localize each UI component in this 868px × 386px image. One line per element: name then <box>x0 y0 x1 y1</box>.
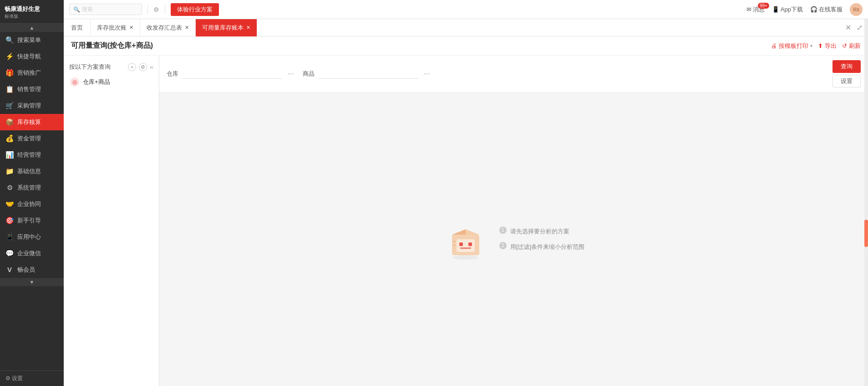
tab-available[interactable]: 可用量库存账本 ✕ <box>196 19 257 36</box>
message-link[interactable]: ✉ 消息 99+ <box>746 5 765 14</box>
svg-rect-6 <box>460 247 471 249</box>
empty-illustration <box>443 216 488 262</box>
chart-icon: 📊 <box>5 151 14 159</box>
brand-sub: 标准版 <box>5 13 59 20</box>
goods-input[interactable] <box>318 69 418 79</box>
svg-rect-3 <box>457 239 475 252</box>
scheme-icon: ◎ <box>70 77 79 87</box>
warehouse-input[interactable] <box>182 69 282 79</box>
search-icon: 🔍 <box>73 6 80 13</box>
export-action[interactable]: ⬆ 导出 <box>818 42 837 50</box>
svg-marker-1 <box>452 229 466 235</box>
online-service-link[interactable]: 🎧 在线客服 <box>810 5 843 14</box>
sidebar-item-operations[interactable]: 📊 经营管理 <box>0 147 64 163</box>
message-icon: ✉ <box>746 6 751 13</box>
empty-svg <box>443 216 488 262</box>
vip-icon: V <box>5 266 14 273</box>
page-header: 可用量查询(按仓库+商品) 🖨 按模板打印 ▾ ⬆ 导出 ↺ 刷新 <box>64 36 868 56</box>
sidebar-item-wecom[interactable]: 💬 企业微信 <box>0 245 64 262</box>
sidebar-item-appcenter[interactable]: 📱 应用中心 <box>0 229 64 245</box>
sidebar-item-finance[interactable]: 💰 资金管理 <box>0 130 64 147</box>
topbar-search[interactable]: 🔍 搜索 <box>69 4 142 15</box>
tip-1: 1 请先选择要分析的方案 <box>499 226 584 237</box>
tab-summary[interactable]: 收发存汇总表 ✕ <box>140 19 196 36</box>
goods-more-icon[interactable]: ··· <box>422 69 431 79</box>
handshake-icon: 🤝 <box>5 200 14 208</box>
search-icon: 🔍 <box>5 36 14 44</box>
industry-btn[interactable]: 体验行业方案 <box>171 3 219 16</box>
sidebar-scroll-up[interactable]: ▲ <box>0 24 64 32</box>
sidebar-item-inventory[interactable]: 📦 库存核算 <box>0 114 64 130</box>
right-scrollbar[interactable] <box>864 19 868 386</box>
gear-icon: ⚙ <box>5 184 14 192</box>
mobile-icon: 📱 <box>5 233 14 241</box>
tab-home[interactable]: 首页 <box>64 19 91 36</box>
sidebar-bottom[interactable]: ⚙ 设置 <box>0 371 64 386</box>
sidebar-item-basic[interactable]: 📁 基础信息 <box>0 163 64 180</box>
folder-icon: 📁 <box>5 167 14 175</box>
sidebar-scroll-down[interactable]: ▼ <box>0 278 64 286</box>
empty-state: 1 请先选择要分析的方案 2 用[过滤]条件来缩小分析范围 <box>159 93 868 386</box>
sidebar-item-search[interactable]: 🔍 搜索菜单 <box>0 32 64 48</box>
brand-name: 畅康通好生意 <box>5 5 59 13</box>
empty-tips: 1 请先选择要分析的方案 2 用[过滤]条件来缩小分析范围 <box>499 226 584 253</box>
money-icon: 💰 <box>5 134 14 143</box>
avatar[interactable]: Rit <box>850 3 863 16</box>
query-button[interactable]: 查询 <box>832 60 861 73</box>
svg-rect-4 <box>459 242 463 246</box>
content-area: 按以下方案查询 + ⚙ « ◎ 仓库+商品 仓库 ··· <box>64 56 868 386</box>
warehouse-filter: 仓库 ··· <box>167 69 295 79</box>
warehouse-more-icon[interactable]: ··· <box>286 69 295 79</box>
left-panel: 按以下方案查询 + ⚙ « ◎ 仓库+商品 <box>64 56 159 386</box>
edit-scheme-btn[interactable]: ⚙ <box>139 63 147 71</box>
svg-point-9 <box>453 255 478 260</box>
topbar-divider <box>147 5 148 14</box>
tip-2: 2 用[过滤]条件来缩小分析范围 <box>499 241 584 253</box>
sidebar-header: 畅康通好生意 标准版 <box>0 0 64 24</box>
tabs-bar: 首页 库存批次账 ✕ 收发存汇总表 ✕ 可用量库存账本 ✕ ✕ ⤢ <box>64 19 868 36</box>
mobile-icon: 📱 <box>772 6 779 13</box>
close-tab-icon[interactable]: ✕ <box>843 21 853 34</box>
tab-batch[interactable]: 库存批次账 ✕ <box>91 19 140 36</box>
goods-filter: 商品 ··· <box>303 69 431 79</box>
tab-batch-close[interactable]: ✕ <box>129 25 133 31</box>
right-panel: 仓库 ··· 商品 ··· 查询 设置 <box>159 56 868 386</box>
add-scheme-btn[interactable]: + <box>128 63 136 71</box>
sidebar-item-purchase[interactable]: 🛒 采购管理 <box>0 98 64 114</box>
print-action[interactable]: 🖨 按模板打印 ▾ <box>771 42 812 50</box>
tab-available-close[interactable]: ✕ <box>246 25 250 31</box>
page-actions: 🖨 按模板打印 ▾ ⬆ 导出 ↺ 刷新 <box>771 42 861 50</box>
gift-icon: 🎁 <box>5 69 14 77</box>
export-icon: ⬆ <box>818 42 823 49</box>
scrollbar-thumb[interactable] <box>864 220 868 247</box>
left-panel-icons: + ⚙ « <box>128 63 153 71</box>
app-download-link[interactable]: 📱 App下载 <box>772 5 803 14</box>
sidebar-item-marketing[interactable]: 🎁 营销推广 <box>0 65 64 81</box>
main-area: 🔍 搜索 ⚙ 体验行业方案 ✉ 消息 99+ 📱 App下载 🎧 在线客服 Ri… <box>64 0 868 386</box>
refresh-action[interactable]: ↺ 刷新 <box>842 42 861 50</box>
chat-icon: 💬 <box>5 249 14 257</box>
scheme-item-warehouse-goods[interactable]: ◎ 仓库+商品 <box>64 74 159 90</box>
sidebar-item-system[interactable]: ⚙ 系统管理 <box>0 180 64 196</box>
print-icon: 🖨 <box>771 42 777 49</box>
message-badge: 99+ <box>758 3 769 9</box>
collapse-left-icon[interactable]: « <box>150 63 153 71</box>
topbar-right: ✉ 消息 99+ 📱 App下载 🎧 在线客服 Rit <box>746 3 863 16</box>
target-icon: 🎯 <box>5 216 14 225</box>
tab-summary-close[interactable]: ✕ <box>185 25 189 31</box>
filter-bar: 仓库 ··· 商品 ··· 查询 设置 <box>159 56 868 93</box>
setting-button[interactable]: 设置 <box>832 75 861 87</box>
sidebar-item-vip[interactable]: V 畅会员 <box>0 262 64 278</box>
expand-icon[interactable]: ⤢ <box>855 21 864 34</box>
sidebar-item-sales[interactable]: 📋 销售管理 <box>0 81 64 98</box>
cart-icon: 🛒 <box>5 102 14 110</box>
headset-icon: 🎧 <box>810 6 817 13</box>
box-icon: 📦 <box>5 118 14 126</box>
sidebar-item-quicknav[interactable]: ⚡ 快捷导航 <box>0 48 64 65</box>
page-title: 可用量查询(按仓库+商品) <box>71 41 153 51</box>
sidebar-item-newguide[interactable]: 🎯 新手引导 <box>0 212 64 229</box>
sidebar-item-enterprise[interactable]: 🤝 企业协同 <box>0 196 64 212</box>
lightning-icon: ⚡ <box>5 52 14 61</box>
topbar-gear-icon[interactable]: ⚙ <box>153 6 159 13</box>
refresh-icon: ↺ <box>842 42 847 49</box>
